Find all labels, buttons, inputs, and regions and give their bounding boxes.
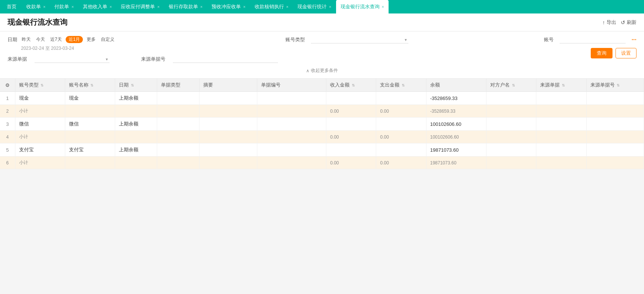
row-source-voucher-no <box>586 105 644 118</box>
row-account-type: 微信 <box>15 118 65 131</box>
sort-icon: ⇅ <box>352 83 355 87</box>
col-account-type[interactable]: 账号类型 ⇅ <box>15 79 65 92</box>
row-source-voucher <box>536 131 586 143</box>
table-row: 2小计0.000.00-3528659.33 <box>0 105 644 118</box>
row-income: 0.00 <box>326 157 376 169</box>
source-voucher-no-input[interactable] <box>173 55 278 63</box>
row-expense <box>376 92 426 105</box>
col-gear[interactable]: ⚙ <box>0 79 15 92</box>
row-summary <box>199 92 257 105</box>
row-voucher-type <box>157 157 199 169</box>
source-voucher-wrapper <box>35 55 110 63</box>
col-counterpart[interactable]: 对方户名 ⇅ <box>486 79 536 92</box>
row-expense <box>376 118 426 131</box>
row-balance: 100102606.60 <box>426 131 486 143</box>
close-icon[interactable]: × <box>286 4 288 9</box>
nav-tab-1[interactable]: 付款单 × <box>50 0 78 13</box>
date-btn-7days[interactable]: 近7天 <box>49 36 63 43</box>
row-source-voucher <box>536 157 586 169</box>
col-summary[interactable]: 摘要 <box>199 79 257 92</box>
close-icon[interactable]: × <box>110 4 112 9</box>
col-date[interactable]: 日期 ⇅ <box>115 79 157 92</box>
export-button[interactable]: ↑ 导出 <box>602 19 616 26</box>
row-account-type: 支付宝 <box>15 143 65 157</box>
nav-tab-3[interactable]: 应收应付调整单 × <box>116 0 164 13</box>
page-header: 现金银行流水查询 ↑ 导出 ↺ 刷新 <box>0 13 644 31</box>
more-dots[interactable]: ··· <box>632 36 636 43</box>
date-btn-today[interactable]: 今天 <box>35 36 47 43</box>
nav-home[interactable]: 首页 <box>2 0 22 13</box>
close-icon[interactable]: × <box>243 4 245 9</box>
account-label: 账号 <box>544 36 554 43</box>
page-title: 现金银行流水查询 <box>8 17 68 27</box>
col-source-voucher[interactable]: 来源单据 ⇅ <box>536 79 586 92</box>
nav-tab-7[interactable]: 现金银行统计 × <box>293 0 336 13</box>
row-expense <box>376 143 426 157</box>
row-source-voucher <box>536 105 586 118</box>
row-counterpart <box>486 143 536 157</box>
col-source-voucher-no[interactable]: 来源单据号 ⇅ <box>586 79 644 92</box>
col-voucher-no[interactable]: 单据编号 <box>257 79 326 92</box>
row-voucher-type <box>157 118 199 131</box>
table-row: 3微信微信上期余额100102606.60 <box>0 118 644 131</box>
row-expense: 0.00 <box>376 105 426 118</box>
account-type-select[interactable] <box>311 36 408 43</box>
account-input[interactable] <box>560 36 626 43</box>
close-icon[interactable]: × <box>329 4 331 9</box>
nav-tab-0[interactable]: 收款单 × <box>22 0 50 13</box>
account-type-label: 账号类型 <box>285 36 305 43</box>
date-label: 日期 <box>8 36 17 43</box>
col-balance[interactable]: 余额 <box>426 79 486 92</box>
col-voucher-type[interactable]: 单据类型 <box>157 79 199 92</box>
date-btn-yesterday[interactable]: 昨天 <box>20 36 32 43</box>
row-voucher-no <box>257 105 326 118</box>
query-button[interactable]: 查询 <box>591 48 612 58</box>
row-source-voucher-no <box>586 157 644 169</box>
row-source-voucher-no <box>586 118 644 131</box>
nav-tab-2[interactable]: 其他收入单 × <box>78 0 116 13</box>
nav-tab-8[interactable]: 现金银行流水查询 × <box>336 0 389 13</box>
row-account-name <box>65 105 115 118</box>
col-expense[interactable]: 支出金额 ⇅ <box>376 79 426 92</box>
close-icon[interactable]: × <box>71 4 74 9</box>
close-icon[interactable]: × <box>157 4 159 9</box>
date-btn-more[interactable]: 更多 <box>85 36 97 43</box>
row-account-name <box>65 131 115 143</box>
row-date <box>115 157 157 169</box>
row-voucher-no <box>257 143 326 157</box>
close-icon[interactable]: × <box>382 4 384 9</box>
sort-icon: ⇅ <box>402 83 405 87</box>
row-counterpart <box>486 105 536 118</box>
row-income <box>326 143 376 157</box>
filter-area: 日期 昨天 今天 近7天 近1月 更多 自定义 2023-02-24 至 202… <box>0 31 644 79</box>
account-type-wrapper <box>311 36 408 43</box>
col-account-name[interactable]: 账号名称 ⇅ <box>65 79 115 92</box>
row-index: 4 <box>0 131 15 143</box>
nav-tab-4[interactable]: 银行存取款单 × <box>164 0 207 13</box>
row-income <box>326 118 376 131</box>
row-voucher-type <box>157 143 199 157</box>
source-voucher-select[interactable] <box>35 55 110 63</box>
source-voucher-no-label: 来源单据号 <box>141 56 165 63</box>
nav-tab-6[interactable]: 收款核销执行 × <box>250 0 293 13</box>
row-date <box>115 105 157 118</box>
row-date: 上期余额 <box>115 92 157 105</box>
settings-button[interactable]: 设置 <box>615 48 636 58</box>
row-account-type: 小计 <box>15 157 65 169</box>
date-btn-1month[interactable]: 近1月 <box>66 36 83 43</box>
close-icon[interactable]: × <box>43 4 45 9</box>
col-income[interactable]: 收入金额 ⇅ <box>326 79 376 92</box>
row-source-voucher-no <box>586 92 644 105</box>
table-row: 4小计0.000.00100102606.60 <box>0 131 644 143</box>
refresh-button[interactable]: ↺ 刷新 <box>621 19 636 26</box>
table-container: ⚙ 账号类型 ⇅ 账号名称 ⇅ 日期 ⇅ 单据类型 摘要 <box>0 79 644 169</box>
collapse-bar[interactable]: ∧ 收起更多条件 <box>8 67 636 74</box>
row-balance: 100102606.60 <box>426 118 486 131</box>
row-summary <box>199 105 257 118</box>
header-actions: ↑ 导出 ↺ 刷新 <box>602 19 636 26</box>
row-account-name: 微信 <box>65 118 115 131</box>
row-account-type: 小计 <box>15 105 65 118</box>
nav-tab-5[interactable]: 预收冲应收单 × <box>207 0 250 13</box>
date-btn-custom[interactable]: 自定义 <box>99 36 116 43</box>
close-icon[interactable]: × <box>200 4 203 9</box>
